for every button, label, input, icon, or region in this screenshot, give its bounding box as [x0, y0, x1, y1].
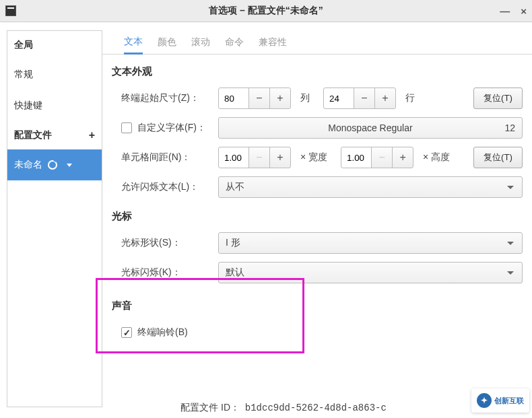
- cursor-blink-label: 光标闪烁(K)：: [112, 267, 213, 279]
- reset-spacing-button[interactable]: 复位(T): [473, 147, 523, 168]
- window-title: 首选项 – 配置文件“未命名”: [0, 5, 532, 17]
- font-name: Monospace Regular: [328, 123, 412, 133]
- profile-id-label: 配置文件 ID：: [180, 402, 240, 413]
- cursor-blink-dropdown[interactable]: 默认: [218, 262, 523, 283]
- rows-increment[interactable]: +: [374, 88, 396, 109]
- cursor-shape-dropdown[interactable]: I 形: [218, 232, 523, 254]
- section-sound: 声音: [112, 300, 523, 312]
- font-size: 12: [504, 123, 515, 133]
- profile-id-row: 配置文件 ID： b1dcc9dd-5262-4d8d-a863-c: [102, 402, 465, 414]
- tab-bar: 文本 颜色 滚动 命令 兼容性: [102, 30, 532, 55]
- custom-font-checkbox[interactable]: [121, 123, 132, 133]
- cell-width-increment[interactable]: +: [269, 147, 291, 168]
- watermark-logo-icon: ✦: [477, 393, 492, 408]
- tab-compat[interactable]: 兼容性: [259, 30, 287, 54]
- tab-color[interactable]: 颜色: [158, 30, 176, 54]
- cell-height-decrement[interactable]: −: [371, 147, 393, 168]
- app-icon: [5, 5, 16, 16]
- profile-name-label: 未命名: [14, 159, 42, 171]
- content-area: 文本 颜色 滚动 命令 兼容性 文本外观 终端起始尺寸(Z)： − + 列 − …: [102, 30, 532, 418]
- cols-unit: 列: [300, 92, 310, 104]
- cell-width-input[interactable]: [218, 147, 249, 168]
- tab-command[interactable]: 命令: [225, 30, 244, 54]
- sidebar-profile-unnamed[interactable]: 未命名: [7, 149, 102, 180]
- section-cursor: 光标: [112, 210, 523, 223]
- tab-text[interactable]: 文本: [124, 31, 143, 55]
- profile-menu-icon[interactable]: [67, 164, 72, 167]
- cols-input[interactable]: [218, 88, 249, 109]
- reset-size-button[interactable]: 复位(T): [473, 88, 523, 109]
- cols-increment[interactable]: +: [269, 88, 291, 109]
- blink-text-value: 从不: [226, 181, 244, 193]
- minimize-button[interactable]: —: [500, 5, 510, 17]
- profile-default-icon: [48, 160, 57, 170]
- sidebar-section-profiles: 配置文件 +: [7, 121, 102, 149]
- font-selector[interactable]: Monospace Regular 12: [218, 117, 523, 139]
- cell-height-unit: × 高度: [423, 151, 450, 164]
- sidebar: 全局 常规 快捷键 配置文件 + 未命名: [7, 30, 102, 407]
- cell-width-unit: × 宽度: [300, 151, 327, 164]
- blink-text-label: 允许闪烁文本(L)：: [112, 181, 213, 193]
- sidebar-item-general[interactable]: 常规: [7, 59, 102, 90]
- cell-width-decrement[interactable]: −: [248, 147, 270, 168]
- rows-decrement[interactable]: −: [354, 88, 375, 109]
- sidebar-section-global: 全局: [7, 31, 102, 59]
- add-profile-button[interactable]: +: [89, 129, 95, 141]
- terminal-bell-checkbox[interactable]: [121, 327, 132, 338]
- watermark: ✦ 创新互联: [471, 388, 529, 413]
- tab-scroll[interactable]: 滚动: [191, 30, 210, 54]
- watermark-text: 创新互联: [494, 396, 524, 406]
- sidebar-item-shortcuts[interactable]: 快捷键: [7, 90, 102, 121]
- title-bar: 首选项 – 配置文件“未命名” — ×: [0, 0, 532, 22]
- cursor-blink-value: 默认: [226, 267, 244, 279]
- profile-id-value: b1dcc9dd-5262-4d8d-a863-c: [245, 403, 387, 413]
- cell-spacing-label: 单元格间距(N)：: [112, 151, 213, 164]
- cursor-shape-label: 光标形状(S)：: [112, 237, 213, 249]
- custom-font-label: 自定义字体(F)：: [137, 122, 206, 134]
- profiles-label: 配置文件: [14, 129, 52, 141]
- terminal-bell-label: 终端响铃(B): [137, 326, 188, 339]
- initial-size-label: 终端起始尺寸(Z)：: [112, 92, 213, 104]
- cell-height-increment[interactable]: +: [392, 147, 413, 168]
- rows-input[interactable]: [323, 88, 354, 109]
- cell-height-input[interactable]: [341, 147, 372, 168]
- rows-unit: 行: [405, 92, 415, 104]
- close-button[interactable]: ×: [521, 5, 527, 17]
- cols-decrement[interactable]: −: [248, 88, 270, 109]
- cursor-shape-value: I 形: [226, 237, 240, 249]
- blink-text-dropdown[interactable]: 从不: [218, 176, 523, 198]
- section-text-appearance: 文本外观: [112, 65, 523, 78]
